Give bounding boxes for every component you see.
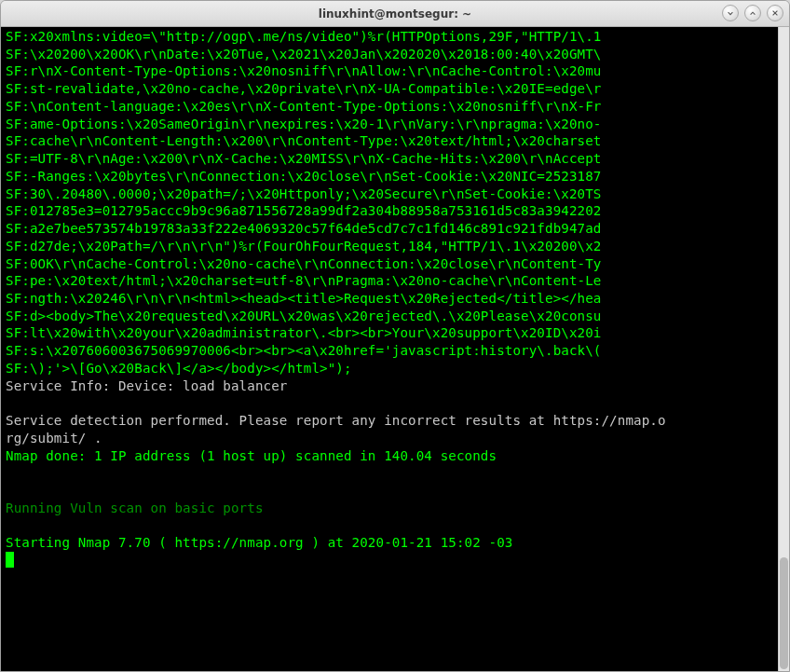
terminal-line: SF:012785e3=012795accc9b9c96a871556728a9…: [6, 203, 601, 218]
terminal-line: Service detection performed. Please repo…: [6, 413, 666, 428]
maximize-button[interactable]: [744, 5, 761, 21]
terminal-line: SF:\);'>\[Go\x20Back\]</a></body></html>…: [6, 361, 352, 376]
minimize-icon: [727, 9, 734, 17]
terminal-line: SF:0OK\r\nCache-Control:\x20no-cache\r\n…: [6, 256, 601, 271]
terminal-line: SF:\x20200\x20OK\r\nDate:\x20Tue,\x2021\…: [6, 47, 601, 62]
close-icon: [771, 9, 779, 17]
terminal-line: SF:d27de;\x20Path=/\r\n\r\n")%r(FourOhFo…: [6, 239, 601, 254]
terminal-line: rg/submit/ .: [6, 431, 102, 446]
terminal-area: SF:x20xmlns:video=\"http://ogp\.me/ns/vi…: [1, 27, 789, 671]
titlebar[interactable]: linuxhint@montsegur: ~: [1, 1, 789, 27]
terminal-line: Nmap done: 1 IP address (1 host up) scan…: [6, 448, 497, 463]
terminal-line: SF:=UTF-8\r\nAge:\x200\r\nX-Cache:\x20MI…: [6, 151, 601, 166]
terminal-line: SF:r\nX-Content-Type-Options:\x20nosniff…: [6, 63, 601, 78]
terminal-line: SF:30\.20480\.0000;\x20path=/;\x20Httpon…: [6, 186, 601, 201]
terminal-line: SF:-Ranges:\x20bytes\r\nConnection:\x20c…: [6, 169, 601, 184]
window-title: linuxhint@montsegur: ~: [319, 7, 471, 21]
terminal-line: SF:ngth:\x20246\r\n\r\n<html><head><titl…: [6, 291, 601, 306]
terminal-line: SF:\nContent-language:\x20es\r\nX-Conten…: [6, 99, 601, 114]
terminal-line: SF:d><body>The\x20requested\x20URL\x20wa…: [6, 309, 601, 323]
terminal-line: SF:a2e7bee573574b19783a33f222e4069320c57…: [6, 221, 601, 236]
scrollbar[interactable]: [778, 27, 789, 671]
terminal-line: SF:pe:\x20text/html;\x20charset=utf-8\r\…: [6, 273, 601, 288]
terminal-output[interactable]: SF:x20xmlns:video=\"http://ogp\.me/ns/vi…: [1, 27, 778, 671]
maximize-icon: [749, 9, 756, 17]
close-button[interactable]: [767, 5, 783, 21]
terminal-line: SF:s:\x207606003675069970006<br><br><a\x…: [6, 343, 601, 358]
terminal-line: Service Info: Device: load balancer: [6, 378, 287, 393]
scrollbar-thumb[interactable]: [780, 557, 788, 669]
terminal-line: SF:x20xmlns:video=\"http://ogp\.me/ns/vi…: [6, 29, 601, 44]
terminal-line: SF:cache\r\nContent-Length:\x200\r\nCont…: [6, 133, 601, 148]
terminal-line: [6, 553, 14, 568]
terminal-line: Starting Nmap 7.70 ( https://nmap.org ) …: [6, 535, 512, 550]
terminal-line: SF:ame-Options:\x20SameOrigin\r\nexpires…: [6, 117, 601, 131]
terminal-window: linuxhint@montsegur: ~ SF:x20xmlns:video…: [0, 0, 790, 672]
cursor: [6, 552, 14, 568]
window-controls: [722, 5, 783, 21]
terminal-line: Running Vuln scan on basic ports: [6, 501, 264, 515]
minimize-button[interactable]: [722, 5, 739, 21]
terminal-line: SF:lt\x20with\x20your\x20administrator\.…: [6, 325, 601, 340]
terminal-line: SF:st-revalidate,\x20no-cache,\x20privat…: [6, 81, 601, 96]
